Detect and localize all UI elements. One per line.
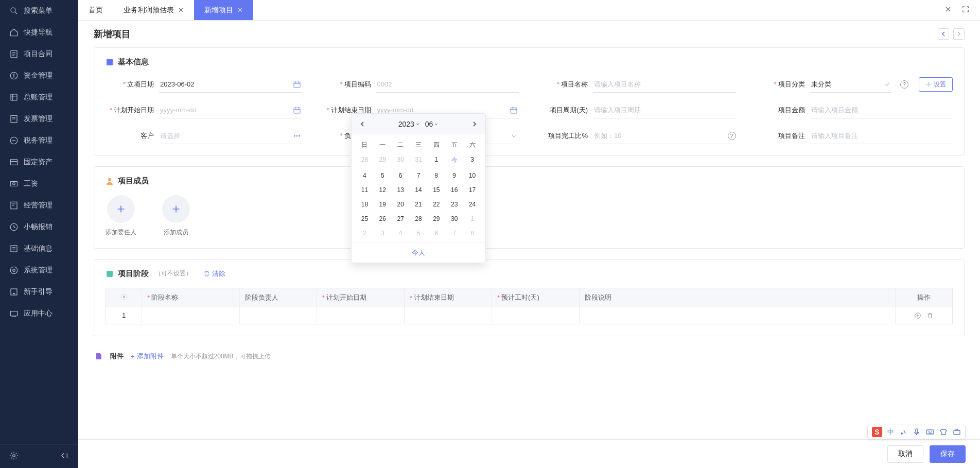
add-row-icon[interactable] <box>914 312 921 319</box>
chevron-down-icon[interactable] <box>510 132 518 140</box>
day-cell[interactable]: 9 <box>445 168 463 183</box>
calendar-icon[interactable] <box>293 80 301 89</box>
ime-skin-icon[interactable] <box>939 428 948 436</box>
sidebar-item-quicknav[interactable]: 快捷导航 <box>0 22 78 43</box>
day-cell[interactable]: 4 <box>356 168 374 183</box>
save-button[interactable]: 保存 <box>930 445 966 463</box>
add-attachment-button[interactable]: + 添加附件 <box>131 352 164 361</box>
day-cell[interactable]: 19 <box>374 197 392 212</box>
today-button[interactable]: 今天 <box>352 242 485 263</box>
day-cell[interactable]: 今 <box>445 152 463 168</box>
day-cell[interactable]: 6 <box>427 226 445 240</box>
sidebar-item-expense[interactable]: 小畅报销 <box>0 216 78 238</box>
prev-month-button[interactable] <box>357 118 368 130</box>
tab-profit-estimate[interactable]: 业务利润预估表✕ <box>113 0 194 20</box>
sidebar-item-apps[interactable]: 应用中心 <box>0 303 78 324</box>
day-cell[interactable]: 5 <box>410 226 428 240</box>
day-cell[interactable]: 13 <box>392 183 410 197</box>
sidebar-item-tax[interactable]: 税务管理 <box>0 130 78 151</box>
sidebar-item-guide[interactable]: 新手引导 <box>0 281 78 303</box>
cancel-button[interactable]: 取消 <box>887 445 923 463</box>
day-cell[interactable]: 5 <box>374 168 392 183</box>
close-icon[interactable]: ✕ <box>237 6 243 14</box>
day-cell[interactable]: 1 <box>427 152 445 168</box>
sidebar-item-funds[interactable]: 资金管理 <box>0 65 78 86</box>
sidebar-item-search[interactable]: 搜索菜单 <box>0 0 78 22</box>
help-icon[interactable]: ? <box>728 132 736 140</box>
day-cell[interactable]: 31 <box>410 152 428 168</box>
close-icon[interactable]: ✕ <box>178 6 184 14</box>
plan-start-input[interactable] <box>160 106 301 114</box>
day-cell[interactable]: 4 <box>392 226 410 240</box>
day-cell[interactable]: 3 <box>463 152 481 168</box>
cell-plan-end[interactable] <box>405 307 492 324</box>
add-principal-button[interactable] <box>107 195 135 223</box>
day-cell[interactable]: 28 <box>356 152 374 168</box>
clear-stages-button[interactable]: 清除 <box>203 269 225 279</box>
amount-input[interactable] <box>811 106 952 114</box>
sidebar-item-basicinfo[interactable]: 基础信息 <box>0 238 78 259</box>
cell-stage-name[interactable] <box>142 307 240 324</box>
day-cell[interactable]: 2 <box>356 226 374 240</box>
close-panel-icon[interactable] <box>944 5 952 15</box>
ime-lang[interactable]: 中 <box>887 427 894 437</box>
collapse-icon[interactable] <box>60 451 69 462</box>
sidebar-item-salary[interactable]: 工资 <box>0 173 78 195</box>
day-cell[interactable]: 3 <box>374 226 392 240</box>
ime-keyboard-icon[interactable] <box>926 428 934 436</box>
sidebar-item-contract[interactable]: 项目合同 <box>0 43 78 65</box>
day-cell[interactable]: 23 <box>445 197 463 212</box>
day-cell[interactable]: 30 <box>392 152 410 168</box>
calendar-icon[interactable] <box>510 106 518 114</box>
day-cell[interactable]: 29 <box>427 212 445 226</box>
sidebar-item-system[interactable]: 系统管理 <box>0 259 78 281</box>
column-config[interactable] <box>106 288 142 307</box>
day-cell[interactable]: 7 <box>445 226 463 240</box>
cell-stage-desc[interactable] <box>580 307 896 324</box>
prev-button[interactable] <box>938 28 949 40</box>
day-cell[interactable]: 27 <box>392 212 410 226</box>
month-selector[interactable]: 06 <box>425 120 439 128</box>
day-cell[interactable]: 14 <box>410 183 428 197</box>
customer-select[interactable] <box>160 132 301 140</box>
day-cell[interactable]: 25 <box>356 212 374 226</box>
project-name-input[interactable] <box>594 80 735 88</box>
calendar-icon[interactable] <box>293 106 301 114</box>
day-cell[interactable]: 29 <box>374 152 392 168</box>
day-cell[interactable]: 8 <box>427 168 445 183</box>
category-config-button[interactable]: 设置 <box>919 77 953 92</box>
day-cell[interactable]: 16 <box>445 183 463 197</box>
add-member-button[interactable] <box>162 195 190 223</box>
progress-input[interactable] <box>594 132 735 140</box>
cell-est-hours[interactable] <box>492 307 580 324</box>
remark-input[interactable] <box>811 132 952 140</box>
day-cell[interactable]: 11 <box>356 183 374 197</box>
sidebar-item-invoice[interactable]: 发票管理 <box>0 108 78 130</box>
day-cell[interactable]: 26 <box>374 212 392 226</box>
project-code-input[interactable] <box>377 80 518 88</box>
tab-home[interactable]: 首页 <box>78 0 113 20</box>
chevron-down-icon[interactable] <box>883 80 891 89</box>
day-cell[interactable]: 7 <box>410 168 428 183</box>
ime-toolbar[interactable]: S 中 <box>867 425 966 439</box>
plan-end-input[interactable] <box>377 106 518 114</box>
approval-date-input[interactable] <box>160 80 301 88</box>
duration-input[interactable] <box>594 106 735 114</box>
day-cell[interactable]: 12 <box>374 183 392 197</box>
day-cell[interactable]: 24 <box>463 197 481 212</box>
day-cell[interactable]: 8 <box>463 226 481 240</box>
next-button[interactable] <box>953 28 965 40</box>
more-icon[interactable] <box>293 132 301 140</box>
ime-punct-icon[interactable] <box>899 428 907 436</box>
help-icon[interactable]: ? <box>900 80 908 89</box>
next-month-button[interactable] <box>469 118 480 130</box>
day-cell[interactable]: 17 <box>463 183 481 197</box>
day-cell[interactable]: 28 <box>410 212 428 226</box>
day-cell[interactable]: 21 <box>410 197 428 212</box>
fullscreen-icon[interactable] <box>961 5 970 15</box>
year-selector[interactable]: 2023 <box>398 120 420 128</box>
day-cell[interactable]: 22 <box>427 197 445 212</box>
sidebar-item-assets[interactable]: 固定资产 <box>0 151 78 173</box>
delete-row-icon[interactable] <box>926 312 934 319</box>
sidebar-item-operation[interactable]: 经营管理 <box>0 195 78 216</box>
